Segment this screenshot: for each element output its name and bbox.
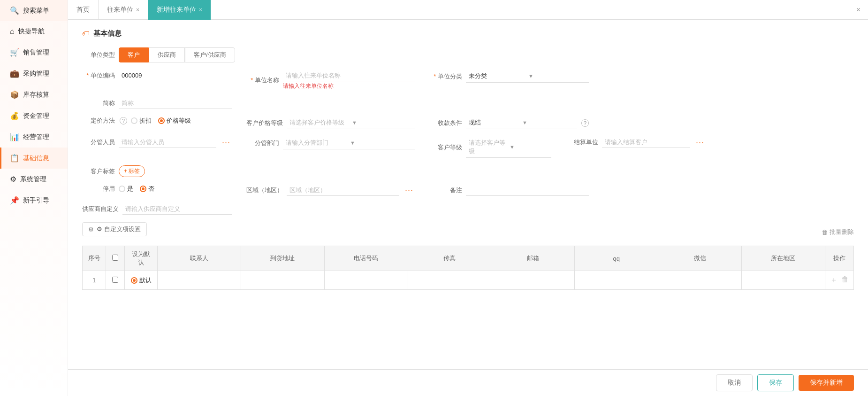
search-icon: 🔍 xyxy=(10,6,19,15)
btn-customer[interactable]: 客户 xyxy=(119,47,149,62)
sidebar-item-purchase[interactable]: 💼 采购管理 xyxy=(0,63,68,84)
tab-partners[interactable]: 往来单位 × xyxy=(99,0,148,20)
department-placeholder: 请输入分管部门 xyxy=(286,139,348,147)
payment-terms-select[interactable]: 现结 ▼ xyxy=(466,116,577,129)
section-header: 🏷 基本信息 xyxy=(82,29,854,38)
supplier-custom-row: 供应商自定义 xyxy=(82,203,854,215)
batch-del-label: 批量删除 xyxy=(830,228,854,236)
row-contact xyxy=(158,271,241,290)
unit-name-input[interactable] xyxy=(283,70,415,81)
region-more-btn[interactable]: ··· xyxy=(403,186,415,195)
add-row-icon[interactable]: ＋ xyxy=(830,275,838,285)
tab-home[interactable]: 首页 xyxy=(68,0,99,20)
disabled-no-option[interactable]: 否 xyxy=(140,185,154,193)
sidebar-item-inventory[interactable]: 📦 库存核算 xyxy=(0,84,68,105)
save-button[interactable]: 保存 xyxy=(757,374,794,391)
cancel-button[interactable]: 取消 xyxy=(716,374,753,391)
department-field: 分管部门 请输入分管部门 ▼ xyxy=(246,137,415,149)
sidebar: 🔍 搜索菜单 ⌂ 快捷导航 🛒 销售管理 💼 采购管理 📦 库存核算 💰 资金管… xyxy=(0,0,68,396)
close-new-partner-tab[interactable]: × xyxy=(199,7,202,13)
manager-input[interactable] xyxy=(119,137,216,148)
col-qq: qq xyxy=(575,246,658,271)
payment-terms-field: 收款条件 现结 ▼ ? xyxy=(429,116,589,129)
row-seq: 1 xyxy=(83,271,106,290)
tab-bar: 首页 往来单位 × 新增往来单位 × × xyxy=(68,0,868,20)
sidebar-item-guide[interactable]: 📌 新手引导 xyxy=(0,190,68,211)
sidebar-item-operations[interactable]: 📊 经营管理 xyxy=(0,126,68,148)
default-dot xyxy=(131,277,137,284)
region-field: 区域（地区） ··· xyxy=(246,185,415,196)
address-input[interactable] xyxy=(246,275,320,286)
unit-code-field: 单位编码 xyxy=(82,70,232,81)
supplier-custom-label: 供应商自定义 xyxy=(82,205,119,213)
unit-name-label: 单位名称 xyxy=(246,76,279,85)
customer-price-select[interactable]: 请选择客户价格等级 ▼ xyxy=(287,116,415,129)
notes-label: 备注 xyxy=(429,186,462,194)
tab-new-partner[interactable]: 新增往来单位 × xyxy=(148,0,211,20)
supplier-custom-input[interactable] xyxy=(122,203,232,215)
abbr-row: 简称 xyxy=(82,98,854,109)
sidebar-item-system[interactable]: ⚙ 系统管理 xyxy=(0,169,68,190)
sidebar-item-quicknav[interactable]: ⌂ 快捷导航 xyxy=(0,21,68,42)
guide-icon: 📌 xyxy=(10,196,19,205)
disabled-row: 停用 是 否 区域（地区） ··· 备注 xyxy=(82,185,854,196)
unit-category-select[interactable]: 未分类 ▼ xyxy=(466,70,589,83)
close-partners-tab[interactable]: × xyxy=(136,7,139,13)
default-radio[interactable]: 默认 xyxy=(129,276,152,285)
pricing-help-icon[interactable]: ? xyxy=(120,117,127,124)
fax-input[interactable] xyxy=(413,275,487,286)
btn-both[interactable]: 客户/供应商 xyxy=(185,47,235,62)
disabled-yes-option[interactable]: 是 xyxy=(119,185,133,193)
close-all-tabs[interactable]: × xyxy=(849,6,868,14)
sidebar-item-label: 销售管理 xyxy=(23,48,49,57)
settlement-more-btn[interactable]: ··· xyxy=(694,138,706,148)
customer-price-label: 客户价格等级 xyxy=(246,119,283,127)
email-input[interactable] xyxy=(496,275,570,286)
sidebar-item-sales[interactable]: 🛒 销售管理 xyxy=(0,42,68,63)
sidebar-item-basicinfo[interactable]: 📋 基础信息 xyxy=(0,148,68,169)
yes-radio-dot xyxy=(119,186,125,192)
purchase-icon: 💼 xyxy=(10,69,19,78)
btn-supplier[interactable]: 供应商 xyxy=(149,47,185,62)
department-select[interactable]: 请输入分管部门 ▼ xyxy=(283,137,415,149)
payment-help-icon[interactable]: ? xyxy=(581,119,589,127)
unit-category-value: 未分类 xyxy=(469,72,526,80)
abbr-input[interactable] xyxy=(119,98,232,109)
manager-label: 分管人员 xyxy=(82,138,115,147)
sidebar-item-search[interactable]: 🔍 搜索菜单 xyxy=(0,0,68,21)
add-tag-button[interactable]: + 标签 xyxy=(119,165,145,177)
customer-price-field: 客户价格等级 请选择客户价格等级 ▼ xyxy=(246,116,415,129)
row-region-input[interactable] xyxy=(746,275,820,286)
manager-more-btn[interactable]: ··· xyxy=(220,138,232,148)
contact-input[interactable] xyxy=(162,275,236,286)
row-checkbox[interactable] xyxy=(112,277,118,283)
customer-price-placeholder: 请选择客户价格等级 xyxy=(289,118,350,127)
select-all-checkbox[interactable] xyxy=(112,255,118,261)
sidebar-item-finance[interactable]: 💰 资金管理 xyxy=(0,105,68,126)
unit-type-field: 单位类型 客户 供应商 客户/供应商 xyxy=(82,47,854,62)
code-name-cat-row: 单位编码 单位名称 请输入往来单位名称 单位分类 未分类 ▼ xyxy=(82,70,854,90)
save-and-new-button[interactable]: 保存并新增 xyxy=(799,375,854,391)
delete-row-icon[interactable]: 🗑 xyxy=(841,275,849,285)
notes-input[interactable] xyxy=(466,185,589,196)
phone-input[interactable] xyxy=(329,275,403,286)
pricing-level-option[interactable]: 价格等级 xyxy=(158,116,191,125)
qq-input[interactable] xyxy=(579,275,653,286)
customer-level-select[interactable]: 请选择客户等级 ▼ xyxy=(466,137,551,158)
sidebar-item-label: 搜索菜单 xyxy=(23,7,49,15)
col-contact: 联系人 xyxy=(158,246,241,271)
wechat-input[interactable] xyxy=(663,275,737,286)
region-input[interactable] xyxy=(287,185,399,196)
customize-settings-button[interactable]: ⚙ ⚙ 自定义项设置 xyxy=(82,222,147,236)
pricing-discount-option[interactable]: 折扣 xyxy=(131,116,152,125)
supplier-custom-field: 供应商自定义 xyxy=(82,203,232,215)
tag-label: 客户标签 xyxy=(82,167,115,176)
unit-name-wrapper: 请输入往来单位名称 xyxy=(283,70,415,90)
unit-code-input[interactable] xyxy=(119,70,232,81)
yes-label: 是 xyxy=(127,185,133,193)
batch-delete-btn[interactable]: 🗑 批量删除 xyxy=(822,228,854,236)
settlement-input[interactable] xyxy=(602,137,690,148)
row-qq xyxy=(575,271,658,290)
ops-icon: 📊 xyxy=(10,132,19,141)
unit-code-label: 单位编码 xyxy=(82,71,115,80)
